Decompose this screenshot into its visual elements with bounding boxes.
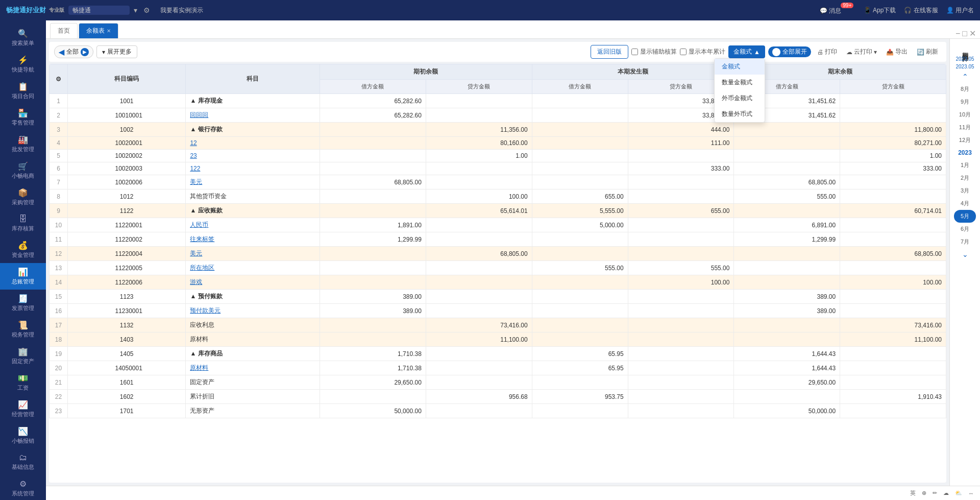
expand-chevron-icon: ▾ (102, 49, 105, 56)
service-btn[interactable]: 🎧 在线客服 (904, 6, 938, 15)
title-input[interactable] (68, 6, 130, 15)
cloud-print-btn[interactable]: ☁ 云打印 ▾ (843, 46, 880, 58)
month-item[interactable]: 2月 (954, 172, 976, 184)
settings-col-header[interactable]: ⚙ (50, 64, 68, 94)
month-item[interactable]: 5月 (954, 210, 976, 223)
cb-credit (840, 290, 946, 304)
tab-balance[interactable]: 余额表 ✕ (79, 23, 118, 38)
view-mode-label: 金额式 (733, 47, 752, 56)
month-scroll-down-icon[interactable]: ⌄ (960, 248, 970, 260)
sidebar-item-payroll[interactable]: 💵工资 (0, 369, 46, 396)
view-mode-currency-amount[interactable]: 外币金额式 (715, 90, 765, 106)
month-item[interactable]: 11月 (954, 121, 976, 134)
sidebar-item-purchase[interactable]: 📦采购管理 (0, 184, 46, 210)
sidebar-item-project[interactable]: 📋项目合同 (0, 78, 46, 104)
window-max-icon[interactable]: □ (962, 29, 967, 38)
account-name[interactable]: 原材料 (186, 361, 320, 375)
account-name[interactable]: 人民币 (186, 218, 320, 232)
refresh-btn[interactable]: 🔄 刷新 (914, 46, 941, 58)
demo-link[interactable]: 我要看实例演示 (160, 6, 203, 15)
month-item[interactable]: 2023 (954, 147, 976, 159)
sidebar-item-retail[interactable]: 🏪零售管理 (0, 104, 46, 131)
view-mode-qty-currency[interactable]: 数量外币式 (715, 106, 765, 122)
month-item[interactable]: 9月 (954, 96, 976, 108)
refresh-label: 刷新 (926, 47, 938, 56)
window-close-icon[interactable]: ✕ (969, 29, 976, 38)
sidebar-item-capital[interactable]: 💰资金管理 (0, 236, 46, 263)
month-item[interactable]: 1月 (954, 159, 976, 172)
month-item[interactable]: 8月 (954, 83, 976, 96)
window-min-icon[interactable]: − (955, 29, 960, 38)
account-name[interactable]: 23 (186, 150, 320, 162)
month-item[interactable]: 12月 (954, 134, 976, 147)
view-mode-qty-amount[interactable]: 数量金额式 (715, 75, 765, 90)
cb-credit: 80,271.00 (840, 137, 946, 150)
month-scroll-up-icon[interactable]: ⌃ (960, 70, 970, 83)
expand-all-toggle[interactable]: 全部展开 (768, 46, 811, 57)
sidebar-item-inventory[interactable]: 🗄库存核算 (0, 210, 46, 236)
sidebar-item-search[interactable]: 🔍搜索菜单 (0, 25, 46, 51)
account-name[interactable]: 回回回 (186, 108, 320, 123)
show-auxiliary-check[interactable]: 显示辅助核算 (631, 47, 677, 56)
sidebar-item-system[interactable]: ⚙系统管理 (0, 475, 46, 500)
breadcrumb-btn[interactable]: ◀ 全部 ▶ (54, 45, 93, 58)
account-name: 应收利息 (186, 318, 320, 332)
expand-btn[interactable]: ▾ 展开更多 (96, 45, 137, 58)
account-name[interactable]: 美元 (186, 247, 320, 261)
tab-home[interactable]: 首页 (50, 23, 78, 38)
status-add-icon[interactable]: ⊕ (922, 490, 926, 496)
table-row: 6 10020003 122 333.00 333.00 (50, 162, 946, 175)
dropdown-arrow-icon[interactable]: ▾ (134, 6, 137, 14)
sidebar-item-accounting[interactable]: 📊总账管理 (0, 263, 46, 290)
show-year-check[interactable]: 显示本年累计 (680, 47, 725, 56)
breadcrumb-forward-icon[interactable]: ▶ (81, 48, 89, 56)
account-name[interactable]: 游戏 (186, 275, 320, 290)
month-item[interactable]: 4月 (954, 197, 976, 210)
print-btn[interactable]: 🖨 打印 (814, 46, 840, 58)
account-name[interactable]: 往来标签 (186, 232, 320, 247)
year-total-checkbox[interactable] (680, 49, 687, 55)
account-name[interactable]: 预付款美元 (186, 304, 320, 318)
sidebar-item-assets[interactable]: 🏢固定资产 (0, 343, 46, 369)
month-item[interactable]: 6月 (954, 223, 976, 235)
app-name: 畅捷通好业财 (6, 6, 46, 15)
sidebar-item-invoice[interactable]: 🧾发票管理 (0, 290, 46, 316)
view-mode-trigger[interactable]: 金额式 ▲ (728, 45, 765, 58)
cp-debit (532, 150, 628, 162)
sidebar-item-basic[interactable]: 🗂基础信息 (0, 449, 46, 475)
status-lang[interactable]: 英 (910, 489, 916, 497)
status-edit-icon[interactable]: ✏ (933, 490, 937, 496)
balance-table-wrap: ⚙ 科目编码 科目 期初余额 本期发生额 期末余额 借方金额 贷方金额 借方金额 (49, 64, 946, 483)
sidebar-item-operations[interactable]: 📈经营管理 (0, 396, 46, 422)
sidebar-item-ecommerce[interactable]: 🛒小畅电商 (0, 157, 46, 184)
view-mode-dropdown[interactable]: 金额式 ▲ 金额式 数量金额式 外币金额式 数量外币式 (728, 45, 765, 58)
back-btn[interactable]: 返回旧版 (591, 45, 628, 59)
cb-debit: 389.00 (734, 304, 840, 318)
account-name[interactable]: 所在地区 (186, 261, 320, 275)
auxiliary-checkbox[interactable] (631, 49, 638, 55)
cp-debit (532, 175, 628, 189)
status-cloud-icon[interactable]: ☁ (943, 490, 949, 496)
closing-balance-header: 期末余额 (734, 64, 946, 80)
settings-icon[interactable]: ⚙ (143, 6, 150, 14)
account-name[interactable]: 122 (186, 162, 320, 175)
status-expand-icon[interactable]: ↔ (968, 490, 974, 496)
view-mode-amount[interactable]: 金额式 (715, 59, 765, 75)
export-btn[interactable]: 📤 导出 (883, 46, 911, 58)
sidebar-item-reports[interactable]: 📉小畅报销 (0, 422, 46, 449)
row-num: 17 (50, 318, 68, 332)
download-btn[interactable]: 📱 App下载 (864, 6, 896, 15)
status-sync-icon[interactable]: ⛅ (955, 490, 962, 496)
ob-credit (426, 361, 532, 375)
sidebar-item-tax[interactable]: 📜税务管理 (0, 316, 46, 343)
sidebar-item-wholesale[interactable]: 🏭批发管理 (0, 131, 46, 157)
message-btn[interactable]: 💬 消息 99+ (820, 6, 856, 15)
month-item[interactable]: 7月 (954, 235, 976, 248)
tab-close-icon[interactable]: ✕ (107, 28, 111, 34)
sidebar-item-quicknav[interactable]: ⚡快捷导航 (0, 51, 46, 78)
month-item[interactable]: 10月 (954, 108, 976, 121)
account-name[interactable]: 美元 (186, 175, 320, 189)
user-avatar[interactable]: 👤 用户名 (946, 6, 974, 15)
account-name[interactable]: 12 (186, 137, 320, 150)
month-item[interactable]: 3月 (954, 184, 976, 197)
